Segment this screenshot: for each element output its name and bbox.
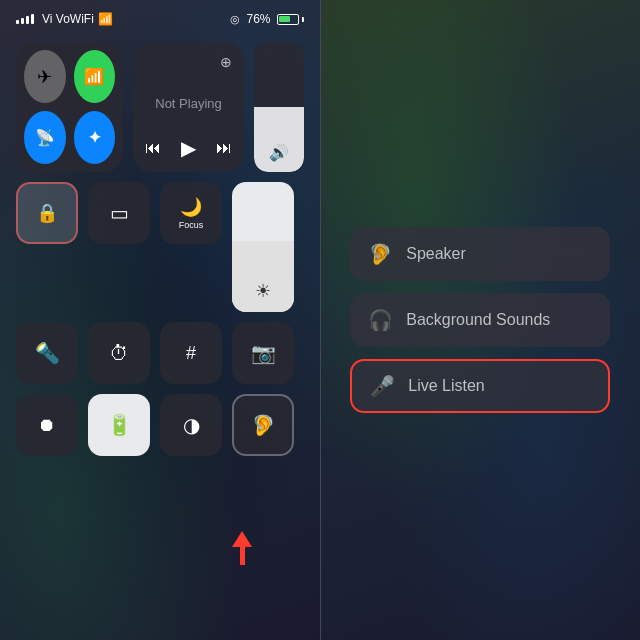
invert-colors-button[interactable]: ◑ xyxy=(160,394,222,456)
arrow-stem xyxy=(240,547,245,565)
battery-status-icon: 🔋 xyxy=(107,413,132,437)
arrow-indicator xyxy=(232,531,252,565)
background-sounds-menu-item[interactable]: 🎧 Background Sounds xyxy=(350,293,610,347)
signal-icon xyxy=(16,14,34,24)
screen-record-icon: ⏺ xyxy=(38,415,56,436)
control-center: ✈ 📶 📡 ✦ ⊕ Not Playing xyxy=(0,34,320,474)
flashlight-icon: 🔦 xyxy=(35,341,60,365)
media-player-block: ⊕ Not Playing ⏮ ▶ ⏭ xyxy=(133,42,244,172)
brightness-slider[interactable]: ☀ xyxy=(232,182,294,312)
location-icon: ◎ xyxy=(230,13,240,26)
bluetooth-button[interactable]: ✦ xyxy=(74,111,116,164)
timer-icon: ⏱ xyxy=(109,342,129,365)
battery-status-button[interactable]: 🔋 xyxy=(88,394,150,456)
next-track-button[interactable]: ⏭ xyxy=(216,139,232,157)
screen-mirror-icon: ▭ xyxy=(110,201,129,225)
rotation-lock-icon: 🔒 xyxy=(36,202,58,224)
carrier-label: Vi VoWiFi xyxy=(42,12,94,26)
airplane-icon: ✈ xyxy=(37,66,52,88)
arrow-head xyxy=(232,531,252,547)
wifi-button[interactable]: 📡 xyxy=(24,111,66,164)
connectivity-block: ✈ 📶 📡 ✦ xyxy=(16,42,123,172)
live-listen-label: Live Listen xyxy=(408,377,485,395)
speaker-label: Speaker xyxy=(406,245,466,263)
battery-icon xyxy=(277,14,304,25)
focus-label: Focus xyxy=(179,220,204,230)
timer-button[interactable]: ⏱ xyxy=(88,322,150,384)
controls-row-2: ⏺ 🔋 ◑ 🦻 xyxy=(16,394,304,456)
cellular-button[interactable]: 📶 xyxy=(74,50,116,103)
wifi-icon: 📡 xyxy=(35,128,55,147)
cellular-icon: 📶 xyxy=(84,67,104,86)
flashlight-button[interactable]: 🔦 xyxy=(16,322,78,384)
camera-icon: 📷 xyxy=(251,341,276,365)
hearing-button[interactable]: 🦻 xyxy=(232,394,294,456)
live-listen-mic-icon: 🎤 xyxy=(370,374,394,398)
status-bar: Vi VoWiFi 📶 ◎ 76% xyxy=(0,0,320,34)
background-sounds-icon: 🎧 xyxy=(368,308,392,332)
background-sounds-label: Background Sounds xyxy=(406,311,550,329)
airplay-icon[interactable]: ⊕ xyxy=(220,54,232,70)
now-playing-label: Not Playing xyxy=(155,96,221,111)
live-listen-menu-item[interactable]: 🎤 Live Listen xyxy=(350,359,610,413)
status-left: Vi VoWiFi 📶 xyxy=(16,12,113,26)
bluetooth-icon: ✦ xyxy=(88,128,101,147)
rotation-lock-button[interactable]: 🔒 xyxy=(16,182,78,244)
screen-record-button[interactable]: ⏺ xyxy=(16,394,78,456)
status-right: ◎ 76% xyxy=(230,12,303,26)
screen-mirror-button[interactable]: ▭ xyxy=(88,182,150,244)
speaker-icon: 🦻 xyxy=(368,242,392,266)
volume-icon: 🔊 xyxy=(269,143,289,162)
airplane-mode-button[interactable]: ✈ xyxy=(24,50,66,103)
focus-moon-icon: 🌙 xyxy=(180,196,202,218)
volume-slider[interactable]: 🔊 xyxy=(254,42,304,172)
controls-row-1: 🔦 ⏱ # 📷 xyxy=(16,322,304,384)
calculator-icon: # xyxy=(186,343,196,364)
battery-percent: 76% xyxy=(246,12,270,26)
hearing-icon: 🦻 xyxy=(251,413,276,437)
speaker-menu-item[interactable]: 🦻 Speaker xyxy=(350,227,610,281)
left-panel: Vi VoWiFi 📶 ◎ 76% ✈ 📶 xyxy=(0,0,320,640)
play-pause-button[interactable]: ▶ xyxy=(181,136,196,160)
wifi-status-icon: 📶 xyxy=(98,12,113,26)
focus-button[interactable]: 🌙 Focus xyxy=(160,182,222,244)
previous-track-button[interactable]: ⏮ xyxy=(145,139,161,157)
right-panel: 🦻 Speaker 🎧 Background Sounds 🎤 Live Lis… xyxy=(321,0,641,640)
invert-colors-icon: ◑ xyxy=(183,413,200,437)
brightness-icon: ☀ xyxy=(255,280,271,302)
calculator-button[interactable]: # xyxy=(160,322,222,384)
camera-button[interactable]: 📷 xyxy=(232,322,294,384)
